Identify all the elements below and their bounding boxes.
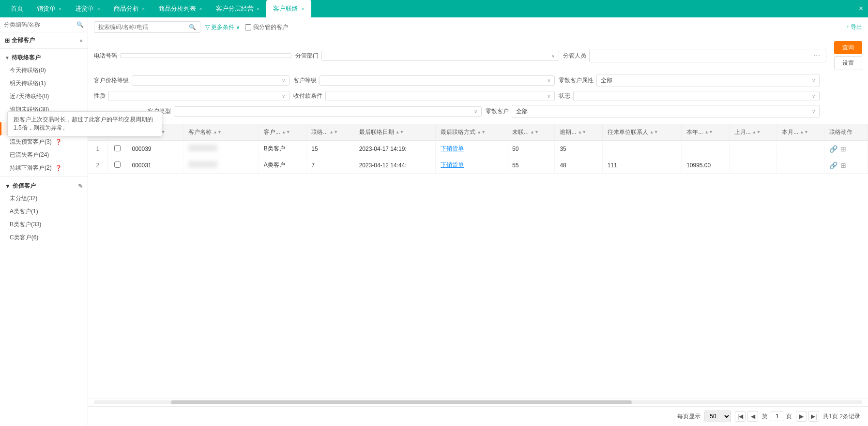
nav-item-customer-contact[interactable]: 客户联络 × bbox=[266, 0, 311, 17]
price-level-select[interactable]: ∨ bbox=[132, 75, 289, 86]
manager-label: 分管人员 bbox=[563, 52, 586, 60]
sidebar-item-class-a[interactable]: A类客户(1) bbox=[0, 205, 88, 218]
row1-unit-contact bbox=[602, 141, 681, 157]
row1-grid-icon[interactable]: ⊞ bbox=[840, 145, 846, 153]
row1-this-month bbox=[777, 141, 824, 157]
nav-item-goods-analysis[interactable]: 商品分析 × bbox=[107, 0, 152, 17]
customer-type-select[interactable]: ∨ bbox=[174, 106, 482, 117]
th-last-date[interactable]: 最后联络日期 ▲▼ bbox=[354, 124, 436, 141]
nav-close-customer-contact[interactable]: × bbox=[301, 6, 304, 12]
sidebar-pending-group-label[interactable]: ▼ 待联络客户 bbox=[0, 51, 88, 64]
export-button[interactable]: ↑ 导出 bbox=[846, 23, 862, 31]
page-input[interactable] bbox=[770, 411, 784, 421]
table-footer: 每页显示 50 100 200 |◀ ◀ 第 页 ▶ ▶| 共1页 2条记录 bbox=[88, 406, 868, 426]
my-customers-checkbox[interactable] bbox=[245, 24, 251, 30]
status-select[interactable]: ∨ bbox=[573, 91, 820, 101]
payment-select[interactable]: ∨ bbox=[325, 91, 554, 101]
filter-row-2: 客户价格等级 ∨ 客户等级 ∨ 零散客户属性 全部 bbox=[94, 74, 862, 87]
nav-close-purchase[interactable]: × bbox=[97, 6, 100, 12]
row1-type: B类客户 bbox=[259, 141, 306, 157]
th-type[interactable]: 客户... ▲▼ bbox=[259, 124, 306, 141]
row2-method-link[interactable]: 下销货单 bbox=[441, 162, 464, 168]
my-customers-toggle[interactable]: 我分管的客户 bbox=[245, 23, 288, 31]
sidebar-item-declining[interactable]: 持续下滑客户(2) ❓ bbox=[0, 162, 88, 175]
filter-retail: 零散客户 全部 ∨ bbox=[486, 105, 820, 118]
nav-item-home[interactable]: 首页 bbox=[4, 0, 30, 17]
sidebar-value-group-label[interactable]: ▼ 价值客户 ✎ bbox=[0, 179, 88, 192]
th-unpaid[interactable]: 未联... ▲▼ bbox=[507, 124, 555, 141]
prev-page-btn[interactable]: ◀ bbox=[747, 411, 758, 422]
sort-overdue-icon: ▲▼ bbox=[578, 130, 586, 134]
grade-select[interactable]: ∨ bbox=[320, 75, 554, 86]
sidebar-item-class-c[interactable]: C类客户(6) bbox=[0, 231, 88, 244]
per-page-select[interactable]: 50 100 200 bbox=[704, 411, 731, 422]
row2-contact: 7 bbox=[306, 157, 354, 174]
value-group-text: 价值客户 bbox=[13, 182, 36, 190]
nav-close-goods-analysis[interactable]: × bbox=[142, 6, 145, 12]
dept-select[interactable]: ∨ bbox=[321, 51, 559, 61]
th-name[interactable]: 客户名称 ▲▼ bbox=[183, 124, 259, 141]
nav-close-sales[interactable]: × bbox=[59, 6, 61, 12]
nav-close-customer-tier[interactable]: × bbox=[257, 6, 259, 12]
row1-last-date: 2023-04-17 14:19: bbox=[354, 141, 436, 157]
th-this-year[interactable]: 本年... ▲▼ bbox=[682, 124, 729, 141]
sidebar-item-today[interactable]: 今天待联络(0) bbox=[0, 64, 88, 77]
filter-grade: 客户等级 ∨ bbox=[293, 75, 554, 86]
last-page-btn[interactable]: ▶| bbox=[808, 411, 819, 422]
next-page-btn[interactable]: ▶ bbox=[796, 411, 807, 422]
th-contact[interactable]: 联络... ▲▼ bbox=[306, 124, 354, 141]
chevron-down-icon: ∨ bbox=[236, 24, 240, 30]
sort-type-icon: ▲▼ bbox=[282, 130, 290, 134]
row1-link-icon[interactable]: 🔗 bbox=[829, 145, 838, 153]
row2-last-date: 2023-04-12 14:44: bbox=[354, 157, 436, 174]
retail-select[interactable]: 全部 ∨ bbox=[512, 105, 820, 118]
gender-select[interactable]: ∨ bbox=[108, 91, 289, 101]
edit-icon[interactable]: ✎ bbox=[78, 183, 83, 190]
close-all-tabs[interactable]: × bbox=[859, 4, 863, 13]
th-overdue[interactable]: 逾期... ▲▼ bbox=[555, 124, 602, 141]
payment-label: 收付款条件 bbox=[293, 92, 322, 100]
row2-select-checkbox[interactable] bbox=[114, 162, 121, 168]
nav-item-sales[interactable]: 销货单 × bbox=[30, 0, 68, 17]
sidebar-item-churned[interactable]: 已流失客户(24) bbox=[0, 148, 88, 162]
scrollbar-thumb[interactable] bbox=[171, 400, 632, 404]
my-customers-label: 我分管的客户 bbox=[253, 23, 288, 31]
sidebar-search-input[interactable] bbox=[4, 21, 76, 28]
sidebar-item-7days[interactable]: 近7天待联络(0) bbox=[0, 90, 88, 103]
bottom-scrollbar[interactable] bbox=[88, 398, 868, 406]
retail-label: 零散客户 bbox=[486, 107, 509, 116]
sidebar-item-unclassified[interactable]: 未分组(32) bbox=[0, 192, 88, 205]
sidebar-item-churn-warning[interactable]: 流失预警客户(3) ❓ bbox=[0, 135, 88, 148]
row2-grid-icon[interactable]: ⊞ bbox=[840, 162, 846, 169]
search-input[interactable] bbox=[98, 24, 189, 30]
row2-checkbox bbox=[107, 157, 127, 174]
sidebar-item-class-b[interactable]: B类客户(33) bbox=[0, 218, 88, 231]
value-arrow-icon: ▼ bbox=[5, 183, 11, 190]
nav-item-customer-tier[interactable]: 客户分层经营 × bbox=[209, 0, 266, 17]
phone-select[interactable] bbox=[120, 53, 291, 58]
manager-select[interactable]: ··· bbox=[589, 49, 826, 62]
first-page-btn[interactable]: |◀ bbox=[735, 411, 746, 422]
th-unit-contact[interactable]: 往来单位联系人 ▲▼ bbox=[602, 124, 681, 141]
th-last-method[interactable]: 最后联络方式 ▲▼ bbox=[436, 124, 507, 141]
query-button[interactable]: 查询 bbox=[834, 41, 862, 54]
row1-select-checkbox[interactable] bbox=[114, 145, 121, 151]
sidebar-search-icon[interactable]: 🔍 bbox=[76, 21, 84, 28]
row1-unpaid: 50 bbox=[507, 141, 555, 157]
nav-close-goods-analysis-list[interactable]: × bbox=[199, 6, 202, 12]
th-this-month[interactable]: 本月... ▲▼ bbox=[777, 124, 824, 141]
row1-method-link[interactable]: 下销货单 bbox=[441, 145, 464, 152]
more-conditions-btn[interactable]: ▽ 更多条件 ∨ bbox=[205, 23, 240, 31]
search-bar-icon[interactable]: 🔍 bbox=[189, 24, 196, 30]
top-navigation: 首页 销货单 × 进货单 × 商品分析 × 商品分析列表 × 客户分层经营 × … bbox=[0, 0, 868, 17]
settings-button[interactable]: 设置 bbox=[834, 56, 862, 70]
manager-dots[interactable]: ··· bbox=[812, 51, 822, 60]
sidebar-collapse-icon[interactable]: « bbox=[79, 37, 83, 44]
row2-this-year: 10995.00 bbox=[682, 157, 729, 174]
nav-item-purchase[interactable]: 进货单 × bbox=[68, 0, 107, 17]
sidebar-item-tomorrow[interactable]: 明天待联络(1) bbox=[0, 77, 88, 90]
nav-item-goods-analysis-list[interactable]: 商品分析列表 × bbox=[152, 0, 209, 17]
th-last-month[interactable]: 上月... ▲▼ bbox=[729, 124, 777, 141]
row2-link-icon[interactable]: 🔗 bbox=[829, 162, 838, 169]
retail-attr-select[interactable]: 全部 ∨ bbox=[596, 74, 820, 87]
